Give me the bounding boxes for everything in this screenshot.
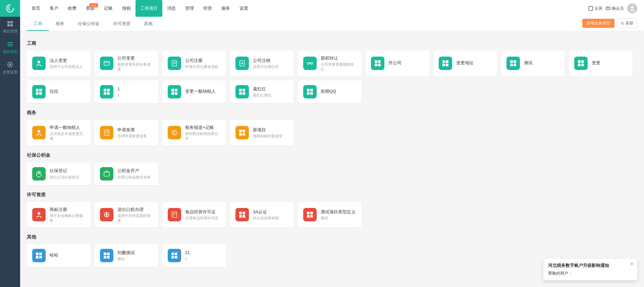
- card-haha[interactable]: 哈哈: [27, 244, 91, 267]
- card-desc-apply-taxpayer: 当月或次月成变更完成: [50, 131, 85, 141]
- card-title-3a-cert: 3A认证: [253, 209, 279, 215]
- nav-service[interactable]: 服务: [217, 0, 235, 17]
- notification-close-button[interactable]: ✕: [630, 261, 634, 267]
- svg-rect-86: [310, 215, 313, 218]
- card-open-company[interactable]: 开公司: [366, 51, 429, 76]
- card-liupeng-test[interactable]: 刘鹏测试 测试: [95, 244, 158, 267]
- card-fund-open[interactable]: 公积金开户 办理公积金相关业务: [95, 162, 158, 185]
- card-apply-taxpayer[interactable]: 申请一般纳税人 当月或次月成变更完成: [27, 120, 91, 146]
- svg-rect-9: [589, 6, 593, 10]
- card-legal-change[interactable]: 法人变更 适用于公司变更法人: [27, 51, 91, 76]
- card-trademark-reg[interactable]: 商标注册 用于企业商标注册服务: [27, 202, 91, 228]
- svg-rect-26: [378, 60, 381, 63]
- card-desc-fund-open: 办理公积金相关业务: [117, 175, 151, 180]
- sidebar: 项目管理 项目类型 进度监测: [0, 0, 20, 287]
- card-title-lala: 拉拉: [50, 88, 58, 94]
- svg-rect-51: [171, 92, 174, 95]
- sidebar-item-project-type[interactable]: 项目类型: [0, 37, 20, 58]
- avatar[interactable]: [627, 3, 637, 13]
- svg-rect-84: [310, 212, 313, 214]
- member-button[interactable]: 畅会员: [606, 6, 624, 11]
- card-desc-apply-invoice: 办理申请发票业务: [117, 134, 147, 138]
- card-change-address[interactable]: 变更地址: [433, 51, 497, 76]
- tab-social[interactable]: 社保公积金: [71, 17, 106, 31]
- svg-rect-87: [36, 253, 39, 255]
- tab-industry[interactable]: 工商: [27, 17, 49, 31]
- card-change[interactable]: 变更: [569, 51, 633, 76]
- card-new-project[interactable]: 新项目 报税加税控盘保管: [230, 120, 294, 146]
- svg-rect-62: [104, 130, 109, 135]
- card-import-export[interactable]: 进出口权办理 适用于对外贸易经营者: [95, 202, 158, 228]
- card-desc-liupeng-test: 测试: [117, 257, 135, 261]
- svg-rect-82: [243, 215, 245, 218]
- nav-management[interactable]: 管理: [180, 0, 199, 17]
- new-type-button[interactable]: 新增业务类型: [582, 19, 614, 28]
- card-equity-transfer[interactable]: 股权转让 公司变更需要股权转让: [298, 51, 362, 76]
- card-title-haha: 哈哈: [50, 252, 58, 258]
- svg-rect-91: [104, 253, 106, 255]
- fullscreen-button[interactable]: 全屏: [588, 6, 602, 11]
- card-title-social-register: 社保登记: [50, 168, 79, 174]
- svg-rect-0: [7, 21, 10, 23]
- card-icon-liupeng-test: [100, 249, 113, 262]
- nav-message[interactable]: 消息: [162, 0, 180, 17]
- nav-billing[interactable]: 收费: [63, 0, 81, 17]
- card-icon-pre-qq: [303, 85, 317, 98]
- card-company-cancel[interactable]: 公司注销 适用于注销公司: [230, 51, 294, 76]
- card-company-change[interactable]: 公司变更 股权变更外的业务变更: [95, 51, 158, 76]
- nav-operation[interactable]: 经营: [199, 0, 217, 17]
- card-one[interactable]: 1 1: [95, 80, 158, 103]
- card-food-license[interactable]: 食品经营许可证 办理食品经营许可证: [162, 202, 226, 228]
- logo[interactable]: [0, 0, 20, 17]
- svg-rect-54: [243, 89, 245, 91]
- sidebar-item-project-mgmt[interactable]: 项目管理: [0, 17, 20, 37]
- svg-rect-80: [243, 212, 245, 214]
- nav-ticket[interactable]: 票据 new: [81, 0, 99, 17]
- svg-rect-94: [107, 256, 110, 259]
- card-pre-qq[interactable]: 前期QQ: [298, 80, 362, 103]
- svg-rect-58: [310, 89, 313, 91]
- card-gehonghong[interactable]: 葛红红 葛红红测试: [230, 80, 294, 103]
- card-social-register[interactable]: 社保登记 进行人员社保登记: [27, 162, 91, 185]
- nav-home[interactable]: 首页: [27, 0, 45, 17]
- nav-industry[interactable]: 工商项目: [136, 0, 162, 17]
- svg-rect-38: [581, 60, 584, 63]
- card-test-project-type[interactable]: 测试项目类型定义 测试: [298, 202, 362, 228]
- tab-other[interactable]: 其他: [137, 17, 159, 31]
- refresh-button[interactable]: ↻ 刷新: [617, 18, 637, 28]
- project-type-icon: [6, 41, 14, 48]
- nav-client[interactable]: 客户: [45, 0, 63, 17]
- svg-rect-57: [307, 89, 310, 91]
- section-title-license: 许可资质: [27, 192, 637, 198]
- card-lala[interactable]: 拉拉: [27, 80, 91, 103]
- svg-rect-34: [514, 60, 516, 63]
- svg-rect-52: [175, 92, 177, 95]
- tab-tax[interactable]: 税务: [49, 17, 71, 31]
- card-title-liupeng-test: 刘鹏测试: [117, 250, 135, 256]
- card-tax-bookkeeping[interactable]: ¥ 税务报道+记账 拿到营业执照的新公司: [162, 120, 226, 146]
- card-title-twenty-one: 21: [185, 250, 190, 256]
- card-twenty-one[interactable]: 21 1: [162, 244, 226, 267]
- card-title-company-change: 公司变更: [117, 55, 153, 61]
- svg-rect-83: [307, 212, 310, 214]
- card-icon-equity-transfer: [303, 57, 317, 70]
- tab-license[interactable]: 许可资质: [106, 17, 137, 31]
- card-title-trademark-reg: 商标注册: [50, 207, 85, 213]
- nav-tax[interactable]: 报税: [117, 0, 136, 17]
- card-company-register[interactable]: 公司注册 申请公司注册全流程: [162, 51, 226, 76]
- card-test[interactable]: 测试: [501, 51, 565, 76]
- sidebar-item-progress-monitor[interactable]: 进度监测: [0, 58, 20, 78]
- svg-rect-42: [39, 89, 42, 91]
- card-change-taxpayer[interactable]: 变更一般纳税人: [162, 80, 226, 103]
- svg-rect-89: [36, 256, 39, 259]
- svg-point-73: [38, 212, 40, 215]
- svg-rect-67: [239, 130, 242, 132]
- nav-settings[interactable]: 设置: [235, 0, 253, 17]
- card-icon-food-license: [168, 208, 181, 221]
- card-3a-cert[interactable]: 3A认证 对企业信誉评级: [230, 202, 294, 228]
- card-desc-equity-transfer: 公司变更需要股权转让: [321, 62, 356, 72]
- card-title-food-license: 食品经营许可证: [185, 209, 218, 215]
- svg-rect-79: [239, 212, 242, 214]
- nav-bookkeeping[interactable]: 记账: [99, 0, 117, 17]
- card-apply-invoice[interactable]: 申请发票 办理申请发票业务: [95, 120, 158, 146]
